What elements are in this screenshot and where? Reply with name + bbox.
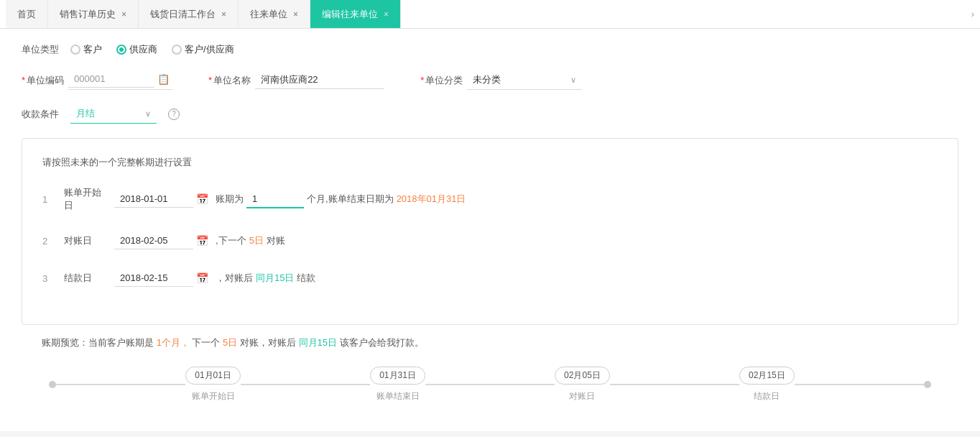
settings-panel: 请按照未来的一个完整帐期进行设置 1 账单开始日 📅 账期为 个月,账单结束日期… xyxy=(22,138,958,325)
end-date-highlight: 2018年01月31日 xyxy=(397,193,466,206)
unit-details-row: * 单位编码 📋 * 单位名称 * 单位分类 未分类 ∨ xyxy=(22,70,958,90)
month-unit: 个月,账单结束日期为 xyxy=(307,193,394,206)
timeline-point-4: 02月15日 结款日 xyxy=(739,367,795,402)
start-date-wrapper: 📅 xyxy=(114,190,208,208)
timeline-label-4: 结款日 xyxy=(754,390,780,402)
timeline-line-2 xyxy=(241,384,370,385)
reconcile-suffix: 对账 xyxy=(267,234,285,247)
timeline-line-3 xyxy=(425,384,555,385)
main-content: 单位类型 客户 供应商 客户/供应商 * 单位编码 📋 xyxy=(0,29,980,431)
reconcile-prefix: ,下一个 xyxy=(216,234,246,247)
timeline-point-2: 01月31日 账单结束日 xyxy=(370,367,425,402)
radio-both-label: 客户/供应商 xyxy=(185,43,234,56)
timeline-label-2: 账单结束日 xyxy=(376,390,420,402)
radio-both[interactable]: 客户/供应商 xyxy=(172,43,234,56)
start-date-input[interactable] xyxy=(114,190,193,208)
reconcile-date-wrapper: 📅 xyxy=(114,232,208,249)
payment-row: 3 结款日 📅 ，对账后 同月15日 结款 xyxy=(42,270,938,287)
timeline-label-1: 账单开始日 xyxy=(192,390,235,402)
payment-prefix: ，对账后 xyxy=(216,272,253,285)
unit-code-icon[interactable]: 📋 xyxy=(154,73,172,85)
timeline-line-1 xyxy=(56,384,185,385)
timeline-point-3: 02月05日 对账日 xyxy=(555,367,610,402)
timeline-badge-1: 01月01日 xyxy=(185,367,241,385)
preview-period: 1个月， xyxy=(157,337,190,348)
start-row-description: 账期为 个月,账单结束日期为 2018年01月31日 xyxy=(216,190,466,208)
radio-supplier[interactable]: 供应商 xyxy=(116,43,157,56)
timeline-point-1: 01月01日 账单开始日 xyxy=(185,367,241,402)
unit-type-radio-group: 客户 供应商 客户/供应商 xyxy=(70,43,234,56)
timeline: 01月01日 账单开始日 01月31日 账单结束日 02月05日 对账日 02月… xyxy=(42,367,938,402)
tab-cash-work[interactable]: 钱货日清工作台 × xyxy=(139,0,239,28)
payment-terms-label: 收款条件 xyxy=(22,108,59,121)
preview-label: 账期预览：当前客户账期是 xyxy=(42,337,154,348)
unit-category-label: 单位分类 xyxy=(425,74,463,87)
unit-category-chevron-icon: ∨ xyxy=(570,75,576,85)
preview-reconcile-prefix: 下一个 xyxy=(192,337,220,348)
radio-customer-label: 客户 xyxy=(83,43,102,56)
reconcile-calendar-icon[interactable]: 📅 xyxy=(196,235,208,247)
radio-both-circle xyxy=(172,45,182,55)
payment-date-input[interactable] xyxy=(114,270,193,287)
radio-supplier-label: 供应商 xyxy=(129,43,157,56)
unit-code-required: * xyxy=(22,75,25,86)
timeline-left-dot xyxy=(49,381,56,388)
unit-name-required: * xyxy=(208,75,212,86)
timeline-label-3: 对账日 xyxy=(569,390,595,402)
timeline-right-dot xyxy=(924,381,931,388)
payment-terms-select[interactable]: 月结 ∨ xyxy=(70,104,157,124)
radio-supplier-circle xyxy=(116,45,126,55)
unit-code-input[interactable] xyxy=(68,70,154,88)
radio-customer-circle xyxy=(70,45,80,55)
unit-category-select[interactable]: 未分类 ∨ xyxy=(467,70,582,90)
tab-home[interactable]: 首页 xyxy=(6,0,48,28)
tab-sales-history-close[interactable]: × xyxy=(121,9,126,19)
radio-customer[interactable]: 客户 xyxy=(70,43,102,56)
unit-name-label: 单位名称 xyxy=(213,74,251,87)
tab-cash-work-close[interactable]: × xyxy=(221,9,226,19)
start-date-calendar-icon[interactable]: 📅 xyxy=(196,193,208,205)
tab-more-button[interactable]: › xyxy=(966,0,980,28)
unit-name-group: * 单位名称 xyxy=(208,72,384,89)
unit-category-required: * xyxy=(420,75,424,86)
payment-terms-chevron-icon: ∨ xyxy=(145,109,151,119)
tab-edit-partner[interactable]: 编辑往来单位 × xyxy=(310,0,401,28)
payment-terms-row: 收款条件 月结 ∨ ? xyxy=(22,104,958,124)
month-input[interactable] xyxy=(246,190,304,208)
tab-edit-partner-close[interactable]: × xyxy=(384,9,389,19)
tab-partner-label: 往来单位 xyxy=(250,8,287,21)
unit-code-label: 单位编码 xyxy=(27,74,64,87)
row-label-1: 账单开始日 xyxy=(64,186,107,212)
tab-cash-work-label: 钱货日清工作台 xyxy=(150,8,216,21)
chevron-right-icon: › xyxy=(971,9,974,19)
reconcile-date-input[interactable] xyxy=(114,232,193,249)
payment-suffix: 结款 xyxy=(297,272,315,285)
reconcile-description: ,下一个 5日 对账 xyxy=(216,234,285,247)
tab-sales-history-label: 销售订单历史 xyxy=(60,8,116,21)
payment-date-wrapper: 📅 xyxy=(114,270,208,287)
tab-edit-partner-label: 编辑往来单位 xyxy=(322,8,378,21)
unit-code-input-wrapper: 📋 xyxy=(68,70,172,90)
payment-description: ，对账后 同月15日 结款 xyxy=(216,272,315,285)
payment-terms-value: 月结 xyxy=(76,107,95,120)
reconcile-day-highlight: 5日 xyxy=(249,234,264,247)
unit-code-group: * 单位编码 📋 xyxy=(22,70,172,90)
tab-sales-history[interactable]: 销售订单历史 × xyxy=(48,0,139,28)
payment-calendar-icon[interactable]: 📅 xyxy=(196,272,208,284)
timeline-badge-4: 02月15日 xyxy=(739,367,795,385)
unit-category-group: * 单位分类 未分类 ∨ xyxy=(420,70,582,90)
panel-title: 请按照未来的一个完整帐期进行设置 xyxy=(42,156,938,169)
tab-home-label: 首页 xyxy=(17,8,36,21)
unit-type-label: 单位类型 xyxy=(22,43,59,56)
tab-partner-close[interactable]: × xyxy=(293,9,298,19)
unit-name-input[interactable] xyxy=(255,72,384,89)
timeline-line-5 xyxy=(795,384,924,385)
account-start-row: 1 账单开始日 📅 账期为 个月,账单结束日期为 2018年01月31日 xyxy=(42,186,938,212)
preview-reconcile-day: 5日 xyxy=(223,337,237,348)
timeline-badge-2: 01月31日 xyxy=(370,367,425,385)
help-icon[interactable]: ? xyxy=(168,109,180,120)
preview-payment-suffix: 该客户会给我打款。 xyxy=(340,337,424,348)
tab-partner[interactable]: 往来单位 × xyxy=(239,0,310,28)
unit-type-row: 单位类型 客户 供应商 客户/供应商 xyxy=(22,43,958,56)
period-label: 账期为 xyxy=(216,193,244,206)
